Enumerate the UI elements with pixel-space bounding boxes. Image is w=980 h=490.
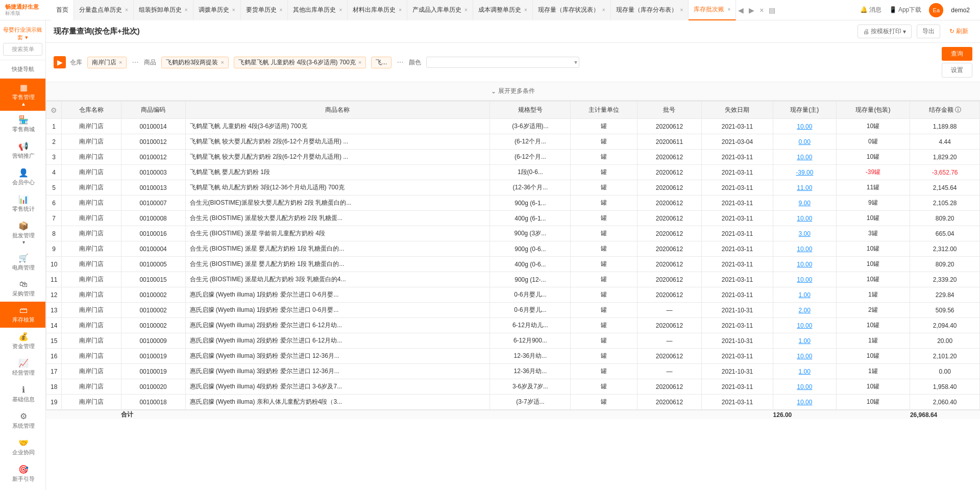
row-qty-main[interactable]: 10.00	[773, 349, 836, 364]
close-icon[interactable]: ×	[232, 7, 235, 13]
sidebar-item-wholesale[interactable]: 📦 批发管理 ▾	[0, 217, 45, 249]
row-qty-main[interactable]: 1.00	[773, 287, 836, 303]
query-button[interactable]: 查询	[942, 47, 972, 61]
row-qty-main[interactable]: 10.00	[773, 395, 836, 410]
sidebar-item-inventory[interactable]: 🗃 库存核算	[0, 302, 45, 328]
sidebar-item-marketing[interactable]: 📢 营销推广	[0, 137, 45, 164]
tab-left-arrow[interactable]: ◀	[736, 5, 746, 15]
setting-button[interactable]: 设置	[942, 63, 972, 78]
footer-total-label: 合计	[121, 410, 773, 419]
tab-5[interactable]: 其他出库单历史 ×	[288, 0, 348, 20]
avatar[interactable]: Ea	[929, 3, 943, 17]
tab-8[interactable]: 成本调整单历史 ×	[473, 0, 533, 20]
row-name: 合生元 (BIOSTIME) 派星较大婴儿配方奶粉 2段 乳糖蛋...	[185, 211, 490, 226]
close-icon[interactable]: ×	[524, 7, 527, 13]
sidebar-item-retail-stats[interactable]: 📊 零售统计	[0, 190, 45, 217]
row-qty-main[interactable]: 1.00	[773, 364, 836, 379]
sidebar-item-system[interactable]: ⚙ 系统管理	[0, 407, 45, 434]
product-filter-more[interactable]: 飞...	[371, 57, 391, 68]
expand-more-button[interactable]: ⌄ 展开更多条件	[46, 84, 980, 98]
col-gear[interactable]: ⚙	[46, 102, 62, 119]
tab-2[interactable]: 组装拆卸单历史 ×	[134, 0, 193, 20]
row-qty-main[interactable]: 10.00	[773, 272, 836, 287]
quick-nav-button[interactable]: 快捷导航	[0, 63, 45, 76]
tab-1[interactable]: 分量盘点单历史 ×	[74, 0, 134, 20]
close-icon[interactable]: ×	[680, 7, 683, 13]
tab-7[interactable]: 产成品入库单历史 ×	[407, 0, 473, 20]
sidebar-item-guide[interactable]: 🎯 新手引导	[0, 460, 45, 487]
table-row: 15 南岸门店 00100009 惠氏启朦 (Wyeth illuma) 2段奶…	[46, 333, 980, 349]
row-expire: 2021-03-11	[701, 287, 773, 303]
row-qty-main[interactable]: 2.00	[773, 303, 836, 318]
sidebar-item-purchase[interactable]: 🛍 采购管理	[0, 276, 45, 302]
sidebar-dropdown[interactable]: 母婴行业演示账套 ▾	[3, 24, 42, 43]
close-icon[interactable]: ×	[399, 7, 402, 13]
sidebar-item-basic-info[interactable]: ℹ 基础信息	[0, 381, 45, 407]
chevron-down-icon: ▾	[22, 239, 25, 245]
tab-3[interactable]: 调拨单历史 ×	[193, 0, 241, 20]
close-icon[interactable]: ×	[602, 7, 605, 13]
tab-home[interactable]: 首页	[51, 0, 74, 20]
table-container[interactable]: ⚙ 仓库名称 商品编码 商品名称 规格型号 主计量单位 批号 失效日期 现存量(…	[46, 101, 980, 490]
row-qty-main[interactable]: 10.00	[773, 119, 836, 134]
warehouse-tag-close[interactable]: ×	[119, 59, 122, 65]
tab-11[interactable]: 库存批次账 ×	[689, 0, 736, 20]
sidebar-item-enterprise[interactable]: 🤝 企业协同	[0, 434, 45, 460]
row-qty-main[interactable]: 11.00	[773, 180, 836, 195]
export-button[interactable]: 导出	[917, 24, 940, 38]
close-icon[interactable]: ×	[464, 7, 468, 13]
row-qty-main[interactable]: -39.00	[773, 165, 836, 180]
warehouse-more-btn[interactable]: ···	[132, 58, 138, 67]
sidebar-item-finance[interactable]: 💰 资金管理	[0, 328, 45, 354]
close-icon[interactable]: ×	[280, 7, 283, 13]
app-download-btn[interactable]: 📱 App下载	[889, 6, 921, 14]
product-more-btn[interactable]: ···	[397, 58, 403, 67]
row-spec: 6-12月900...	[490, 333, 571, 349]
refresh-button[interactable]: ↻ 刷新	[945, 25, 972, 38]
sidebar-item-member[interactable]: 👤 会员中心	[0, 164, 45, 190]
row-qty-main[interactable]: 10.00	[773, 379, 836, 395]
close-icon[interactable]: ×	[339, 7, 342, 13]
sidebar-item-retail[interactable]: ▦ 零售管理 ▲	[0, 79, 45, 111]
table-row: 8 南岸门店 00100016 合生元 (BIOSTIME) 派星 学龄前儿童配…	[46, 226, 980, 241]
tab-right-arrow[interactable]: ▶	[747, 5, 756, 15]
row-qty-main[interactable]: 1.00	[773, 333, 836, 349]
row-qty-pkg: 10罐	[836, 349, 910, 364]
row-amount: 0.00	[910, 364, 980, 379]
footer-label	[46, 410, 121, 419]
sidebar-item-ecommerce[interactable]: 🛒 电商管理	[0, 249, 45, 276]
tab-4[interactable]: 要货单历史 ×	[241, 0, 288, 20]
row-qty-main[interactable]: 10.00	[773, 257, 836, 272]
color-input[interactable]	[426, 57, 579, 68]
row-qty-main[interactable]: 9.00	[773, 195, 836, 211]
close-icon[interactable]: ×	[185, 7, 188, 13]
username[interactable]: demo2	[951, 7, 970, 14]
gear-icon[interactable]: ⚙	[51, 106, 57, 114]
logo-area: 畅捷通好生意 标准版	[5, 4, 51, 16]
row-qty-main[interactable]: 10.00	[773, 318, 836, 333]
row-qty-main[interactable]: 10.00	[773, 211, 836, 226]
row-qty-main[interactable]: 10.00	[773, 150, 836, 165]
product-tag-2-close[interactable]: ×	[358, 59, 361, 65]
row-qty-main[interactable]: 10.00	[773, 241, 836, 257]
sidebar-item-retail-mall[interactable]: 🏪 零售商城	[0, 111, 45, 137]
row-qty-main[interactable]: 3.00	[773, 226, 836, 241]
template-print-button[interactable]: 🖨 按模板打印 ▾	[857, 24, 912, 38]
close-icon[interactable]: ×	[125, 7, 128, 13]
close-icon[interactable]: ×	[727, 7, 730, 12]
tab-10[interactable]: 现存量（库存分布表） ×	[611, 0, 689, 20]
row-qty-main[interactable]: 0.00	[773, 134, 836, 150]
tab-6[interactable]: 材料出库单历史 ×	[348, 0, 407, 20]
row-code: 00100002	[121, 318, 185, 333]
tab-9[interactable]: 现存量（库存状况表） ×	[533, 0, 611, 20]
sidebar-item-operations[interactable]: 📈 经营管理	[0, 354, 45, 381]
print-icon: 🖨	[863, 28, 869, 35]
filter-expand-toggle[interactable]: ▶	[54, 56, 66, 68]
tab-close-all[interactable]: ×	[757, 5, 766, 15]
message-btn[interactable]: 🔔 消息	[860, 6, 881, 14]
search-button[interactable]: 搜索英单	[3, 43, 42, 56]
color-dropdown-icon[interactable]: ▾	[574, 59, 577, 66]
tab-menu[interactable]: ▤	[767, 5, 777, 15]
product-tag-1-close[interactable]: ×	[220, 59, 224, 65]
sidebar-item-app-center[interactable]: 📱 应用中心	[0, 487, 45, 490]
